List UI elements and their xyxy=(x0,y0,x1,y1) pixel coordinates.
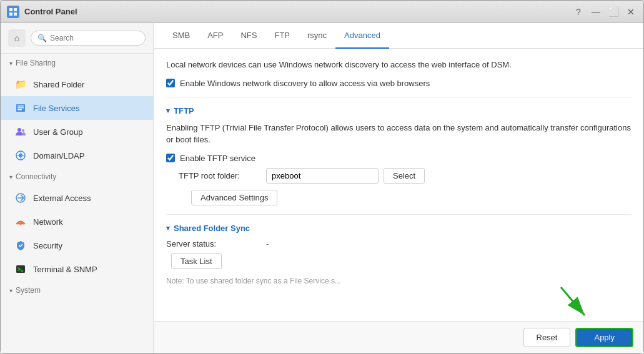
restore-button[interactable]: ⬜ xyxy=(607,6,620,18)
sidebar-item-domain-ldap[interactable]: Domain/LDAP xyxy=(1,144,153,167)
enable-tftp-label: Enable TFTP service xyxy=(180,154,255,163)
svg-rect-3 xyxy=(14,12,17,16)
window-title: Control Panel xyxy=(24,7,572,16)
section-file-sharing[interactable]: ▾ File Sharing xyxy=(1,54,153,72)
window: Control Panel ? — ⬜ ✕ ⌂ 🔍 ▾ File Sharing xyxy=(0,0,644,354)
section-system[interactable]: ▾ System xyxy=(1,281,153,300)
chevron-down-icon-2: ▾ xyxy=(9,174,12,180)
content-area: ⌂ 🔍 ▾ File Sharing 📁 Shared Folder File xyxy=(1,23,643,353)
security-icon xyxy=(14,239,27,252)
tftp-root-folder-row: TFTP root folder: Select xyxy=(179,168,631,184)
search-icon: 🔍 xyxy=(37,34,47,42)
tab-bar: SMB AFP NFS FTP rsync Advanced xyxy=(154,23,643,49)
enable-tftp-row: Enable TFTP service xyxy=(166,154,631,163)
server-status-row: Server status: - xyxy=(166,239,631,248)
file-services-icon xyxy=(14,102,27,114)
minimize-button[interactable]: — xyxy=(590,6,602,18)
tftp-root-folder-label: TFTP root folder: xyxy=(179,171,266,180)
note-text: Note: To use shared folder sync as a Fil… xyxy=(166,275,631,287)
sidebar-item-security[interactable]: Security xyxy=(1,234,153,257)
chevron-right-icon: ▾ xyxy=(9,287,12,294)
svg-point-9 xyxy=(22,129,24,132)
tab-smb[interactable]: SMB xyxy=(164,23,199,49)
svg-rect-0 xyxy=(9,8,12,11)
svg-rect-5 xyxy=(17,106,24,107)
enable-windows-discovery-label: Enable Windows network discovery to allo… xyxy=(180,79,430,88)
server-status-value: - xyxy=(266,239,269,248)
task-list-button[interactable]: Task List xyxy=(171,253,222,269)
main-panel: SMB AFP NFS FTP rsync Advanced Local net… xyxy=(154,23,643,353)
tab-rsync[interactable]: rsync xyxy=(299,23,335,49)
section-connectivity[interactable]: ▾ Connectivity xyxy=(1,167,153,186)
chevron-tftp-icon: ▾ xyxy=(166,107,170,115)
help-button[interactable]: ? xyxy=(572,6,585,18)
select-button[interactable]: Select xyxy=(384,168,425,184)
tab-afp[interactable]: AFP xyxy=(199,23,232,49)
domain-icon xyxy=(14,149,27,162)
titlebar: Control Panel ? — ⬜ ✕ xyxy=(1,1,643,23)
app-icon xyxy=(7,6,19,18)
footer: Reset Apply xyxy=(154,321,643,353)
home-button[interactable]: ⌂ xyxy=(8,29,26,47)
tftp-section-header[interactable]: ▾ TFTP xyxy=(166,106,631,116)
search-input[interactable] xyxy=(50,34,139,42)
tab-advanced[interactable]: Advanced xyxy=(335,23,389,49)
sidebar-header: ⌂ 🔍 xyxy=(1,23,153,54)
window-controls: ? — ⬜ ✕ xyxy=(572,6,637,18)
sidebar-item-user-group[interactable]: User & Group xyxy=(1,120,153,144)
enable-windows-discovery-checkbox[interactable] xyxy=(166,79,175,87)
chevron-sync-icon: ▾ xyxy=(166,224,170,232)
main-content-area: Local network devices can use Windows ne… xyxy=(154,49,643,321)
network-discovery-description: Local network devices can use Windows ne… xyxy=(166,59,631,71)
folder-icon: 📁 xyxy=(14,78,27,91)
svg-point-16 xyxy=(20,224,22,225)
users-icon xyxy=(14,125,27,138)
sidebar-item-terminal-snmp[interactable]: Terminal & SNMP xyxy=(1,257,153,281)
apply-button[interactable]: Apply xyxy=(575,328,633,347)
chevron-down-icon: ▾ xyxy=(9,60,12,67)
tftp-description: Enabling TFTP (Trivial File Transfer Pro… xyxy=(166,122,631,146)
divider-2 xyxy=(166,214,631,215)
server-status-label: Server status: xyxy=(166,239,254,248)
sidebar-item-file-services[interactable]: File Services xyxy=(1,96,153,120)
svg-point-8 xyxy=(17,128,21,132)
tab-ftp[interactable]: FTP xyxy=(265,23,299,49)
divider-1 xyxy=(166,97,631,97)
svg-rect-1 xyxy=(14,8,17,11)
svg-rect-7 xyxy=(17,109,22,111)
close-button[interactable]: ✕ xyxy=(625,6,637,18)
sidebar: ⌂ 🔍 ▾ File Sharing 📁 Shared Folder File xyxy=(1,23,154,353)
tftp-root-folder-input[interactable] xyxy=(266,168,379,184)
network-icon xyxy=(14,215,27,228)
tab-nfs[interactable]: NFS xyxy=(232,23,265,49)
enable-tftp-checkbox[interactable] xyxy=(166,154,175,162)
enable-windows-discovery-row: Enable Windows network discovery to allo… xyxy=(166,79,631,88)
svg-rect-2 xyxy=(9,12,12,16)
sidebar-item-network[interactable]: Network xyxy=(1,210,153,234)
sidebar-item-shared-folder[interactable]: 📁 Shared Folder xyxy=(1,72,153,96)
reset-button[interactable]: Reset xyxy=(523,328,571,347)
terminal-icon xyxy=(14,263,27,275)
shared-folder-sync-section-header[interactable]: ▾ Shared Folder Sync xyxy=(166,224,631,233)
search-box[interactable]: 🔍 xyxy=(31,31,146,46)
external-access-icon xyxy=(14,192,27,204)
sidebar-item-external-access[interactable]: External Access xyxy=(1,186,153,210)
svg-rect-6 xyxy=(17,107,24,109)
advanced-settings-button[interactable]: Advanced Settings xyxy=(191,190,277,205)
